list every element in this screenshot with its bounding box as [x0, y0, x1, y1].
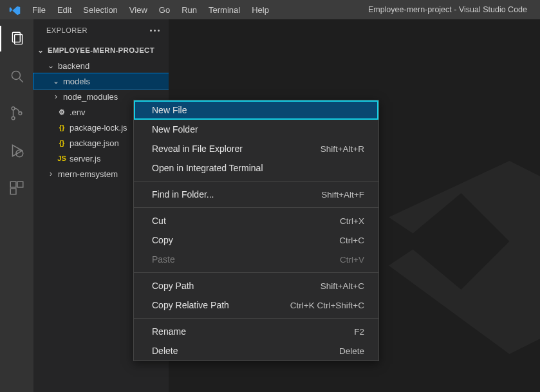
menu-view[interactable]: View: [124, 3, 153, 17]
ctx-label: Delete: [152, 346, 178, 356]
menu-run[interactable]: Run: [176, 3, 202, 17]
menu-edit[interactable]: Edit: [52, 3, 77, 17]
activity-extensions[interactable]: [0, 175, 33, 201]
vscode-watermark: [373, 161, 540, 356]
folder-label: backend: [58, 61, 89, 71]
menu-help[interactable]: Help: [247, 3, 274, 17]
ctx-shortcut: Ctrl+V: [340, 255, 364, 265]
file-label: server.js: [70, 154, 100, 163]
svg-rect-0: [12, 32, 20, 42]
project-root[interactable]: ⌄ EMPLOYEE-MERN-PROJECT: [33, 42, 169, 58]
chevron-right-icon: ›: [46, 169, 55, 178]
ctx-label: Rename: [152, 326, 186, 337]
menu-terminal[interactable]: Terminal: [203, 3, 245, 17]
context-menu: New File New Folder Reveal in File Explo…: [133, 100, 379, 361]
ctx-label: New Folder: [152, 124, 198, 135]
ctx-new-folder[interactable]: New Folder: [134, 120, 378, 139]
ctx-paste: Paste Ctrl+V: [134, 250, 378, 269]
separator: [134, 181, 378, 182]
folder-label: mern-emsystem: [58, 169, 118, 179]
ctx-reveal[interactable]: Reveal in File Explorer Shift+Alt+R: [134, 139, 378, 158]
menu-selection[interactable]: Selection: [78, 3, 122, 17]
ctx-cut[interactable]: Cut Ctrl+X: [134, 211, 378, 230]
json-icon: {}: [57, 138, 67, 148]
activity-debug[interactable]: [0, 138, 33, 163]
ctx-label: Copy Path: [152, 281, 194, 291]
ctx-label: Paste: [152, 254, 175, 265]
ctx-shortcut: Shift+Alt+C: [321, 281, 364, 291]
menu-go[interactable]: Go: [154, 3, 175, 17]
svg-rect-11: [10, 189, 16, 194]
chevron-right-icon: ›: [51, 92, 61, 101]
ctx-shortcut: Ctrl+C: [339, 236, 364, 245]
ctx-label: Copy: [152, 235, 173, 245]
ctx-copy-path[interactable]: Copy Path Shift+Alt+C: [134, 276, 378, 295]
activity-bar: [0, 19, 33, 392]
ctx-copy[interactable]: Copy Ctrl+C: [134, 230, 378, 250]
ctx-new-file[interactable]: New File: [134, 100, 378, 120]
svg-rect-10: [17, 182, 23, 187]
file-label: package-lock.js: [70, 123, 127, 133]
svg-point-4: [12, 107, 15, 110]
window-title: Employee-mern-project - Visual Studio Co…: [274, 5, 535, 14]
separator: [134, 318, 378, 319]
folder-backend[interactable]: ⌄ backend: [33, 58, 169, 73]
ctx-copy-relative-path[interactable]: Copy Relative Path Ctrl+K Ctrl+Shift+C: [134, 295, 378, 315]
ctx-shortcut: Delete: [339, 346, 364, 356]
explorer-header: EXPLORER: [33, 19, 169, 41]
file-label: package.json: [70, 138, 119, 148]
svg-rect-9: [10, 182, 16, 187]
ctx-find[interactable]: Find in Folder... Shift+Alt+F: [134, 185, 378, 204]
ctx-label: New File: [152, 105, 187, 115]
ctx-shortcut: Shift+Alt+R: [321, 144, 364, 154]
svg-line-3: [19, 79, 23, 82]
ctx-shortcut: Ctrl+K Ctrl+Shift+C: [290, 301, 364, 310]
more-icon[interactable]: [150, 30, 160, 32]
json-icon: {}: [57, 122, 67, 133]
menubar: File Edit Selection View Go Run Terminal…: [27, 3, 274, 17]
svg-point-5: [12, 117, 15, 120]
svg-point-2: [12, 71, 20, 79]
explorer-title: EXPLORER: [46, 26, 88, 34]
svg-point-6: [19, 112, 22, 115]
folder-models[interactable]: ⌄ models: [33, 73, 169, 89]
project-name: EMPLOYEE-MERN-PROJECT: [48, 46, 154, 54]
activity-explorer[interactable]: [0, 26, 33, 51]
ctx-label: Reveal in File Explorer: [152, 144, 243, 154]
ctx-label: Copy Relative Path: [152, 300, 229, 310]
vscode-logo: [5, 4, 24, 15]
chevron-down-icon: ⌄: [36, 46, 45, 55]
titlebar: File Edit Selection View Go Run Terminal…: [0, 0, 540, 19]
ctx-delete[interactable]: Delete Delete: [134, 341, 378, 360]
separator: [134, 207, 378, 208]
ctx-label: Find in Folder...: [152, 189, 214, 200]
ctx-terminal[interactable]: Open in Integrated Terminal: [134, 158, 378, 178]
separator: [134, 272, 378, 273]
ctx-shortcut: Ctrl+X: [340, 216, 364, 226]
menu-file[interactable]: File: [27, 3, 51, 17]
activity-search[interactable]: [0, 63, 33, 89]
chevron-down-icon: ⌄: [51, 77, 61, 86]
file-label: .env: [70, 107, 86, 117]
chevron-down-icon: ⌄: [46, 61, 55, 70]
folder-label: models: [63, 77, 90, 86]
ctx-shortcut: Shift+Alt+F: [321, 190, 364, 200]
folder-label: node_modules: [63, 92, 118, 102]
svg-rect-1: [15, 35, 23, 44]
js-icon: JS: [57, 153, 67, 163]
ctx-shortcut: F2: [354, 327, 364, 337]
ctx-label: Open in Integrated Terminal: [152, 163, 263, 173]
ctx-rename[interactable]: Rename F2: [134, 322, 378, 341]
gear-icon: ⚙: [57, 107, 67, 117]
activity-source-control[interactable]: [0, 100, 33, 126]
ctx-label: Cut: [152, 216, 166, 226]
